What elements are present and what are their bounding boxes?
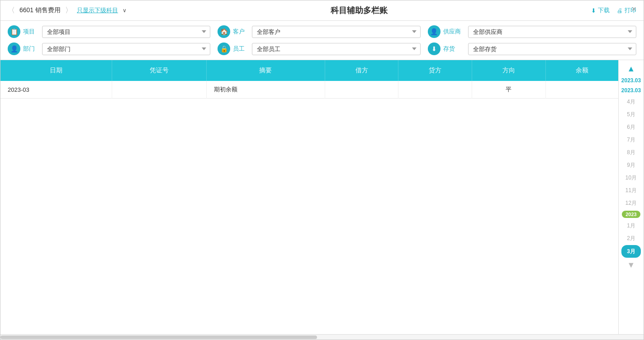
sidebar-down-arrow[interactable]: ▼: [623, 258, 639, 272]
department-label-text: 部门: [23, 45, 35, 53]
inventory-icon: ⬇: [428, 42, 440, 55]
sidebar-month-9[interactable]: 9月: [619, 159, 644, 171]
cell-voucher: [112, 81, 206, 99]
scrollbar-thumb[interactable]: [0, 335, 317, 339]
filter-employee-label: 🔒 员工: [218, 42, 245, 55]
supplier-select-wrapper: 全部供应商: [468, 26, 636, 38]
department-icon: 👤: [8, 42, 20, 55]
filter-supplier-label: 👤 供应商: [428, 25, 461, 38]
next-arrow[interactable]: 〉: [65, 6, 72, 15]
table-container[interactable]: 日期 凭证号 摘要 借方 贷方 方向 余额 2023-03 期初余额 平: [0, 60, 618, 334]
table-row[interactable]: 2023-03 期初余额 平: [0, 81, 618, 99]
col-debit: 借方: [325, 60, 398, 81]
right-sidebar: ▲ 2023.03 2023.03 4月 5月 6月 7月 8月 9月 10月 …: [618, 60, 644, 334]
sidebar-month-7[interactable]: 7月: [619, 133, 644, 146]
col-date: 日期: [0, 60, 112, 81]
bottom-scrollbar[interactable]: [0, 334, 644, 340]
sidebar-up-arrow[interactable]: ▲: [623, 62, 639, 76]
col-voucher: 凭证号: [112, 60, 206, 81]
download-icon: ⬇: [591, 7, 596, 14]
employee-label-text: 员工: [233, 45, 245, 53]
project-label-text: 项目: [23, 28, 35, 36]
show-sub-dropdown-icon[interactable]: ∨: [123, 7, 127, 14]
sidebar-month-12[interactable]: 12月: [619, 197, 644, 209]
prev-arrow[interactable]: 〈: [8, 6, 15, 15]
employee-icon: 🔒: [218, 42, 230, 55]
filter-inventory-label: ⬇ 存货: [428, 42, 461, 55]
toolbar-right: ⬇ 下载 🖨 打印: [591, 6, 636, 14]
account-code: 6601 销售费用: [19, 6, 61, 14]
filter-area: 📋 项目 全部项目 🏠 客户 全部客户 👤 供应商 全部供应商: [0, 21, 644, 60]
top-bar: 〈 6601 销售费用 〉 只显示下级科目 ∨ 科目辅助多栏账 ⬇ 下载 🖨 打…: [0, 0, 644, 21]
close-button[interactable]: ×: [631, 5, 636, 13]
filter-customer-label: 🏠 客户: [218, 25, 245, 38]
cell-direction: 平: [472, 81, 545, 99]
cell-balance: [545, 81, 618, 99]
sidebar-month-11[interactable]: 11月: [619, 184, 644, 197]
download-label: 下载: [598, 6, 610, 14]
download-button[interactable]: ⬇ 下载: [591, 6, 610, 14]
customer-select-wrapper: 全部客户: [252, 26, 420, 38]
col-credit: 贷方: [398, 60, 472, 81]
project-select[interactable]: 全部项目: [42, 26, 210, 38]
department-select[interactable]: 全部部门: [42, 43, 210, 55]
customer-icon: 🏠: [218, 25, 230, 38]
sidebar-month-2[interactable]: 2月: [619, 232, 644, 245]
cell-credit: [398, 81, 472, 99]
show-sub-label[interactable]: 只显示下级科目: [77, 6, 118, 14]
inventory-select[interactable]: 全部存货: [468, 43, 636, 55]
inventory-label-text: 存货: [443, 45, 455, 53]
sidebar-month-6[interactable]: 6月: [619, 121, 644, 133]
page-title: 科目辅助多栏账: [131, 5, 587, 16]
sidebar-header-2[interactable]: 2023.03: [619, 85, 644, 95]
table-header-row: 日期 凭证号 摘要 借方 贷方 方向 余额: [0, 60, 618, 81]
inventory-select-wrapper: 全部存货: [468, 43, 636, 55]
main-window: 〈 6601 销售费用 〉 只显示下级科目 ∨ 科目辅助多栏账 ⬇ 下载 🖨 打…: [0, 0, 644, 340]
sidebar-year-badge[interactable]: 2023: [622, 211, 640, 218]
project-icon: 📋: [8, 25, 20, 38]
filter-department-label: 👤 部门: [8, 42, 35, 55]
sidebar-month-1[interactable]: 1月: [619, 219, 644, 232]
print-icon: 🖨: [617, 7, 623, 14]
project-select-wrapper: 全部项目: [42, 26, 210, 38]
sidebar-month-5[interactable]: 5月: [619, 108, 644, 121]
ledger-table: 日期 凭证号 摘要 借方 贷方 方向 余额 2023-03 期初余额 平: [0, 60, 618, 99]
sidebar-month-3-current[interactable]: 3月: [621, 245, 641, 258]
sidebar-header-1[interactable]: 2023.03: [619, 76, 644, 85]
col-balance: 余额: [545, 60, 618, 81]
filter-project-label: 📋 项目: [8, 25, 35, 38]
department-select-wrapper: 全部部门: [42, 43, 210, 55]
supplier-select[interactable]: 全部供应商: [468, 26, 636, 38]
supplier-icon: 👤: [428, 25, 440, 38]
employee-select-wrapper: 全部员工: [252, 43, 420, 55]
supplier-label-text: 供应商: [443, 28, 461, 36]
sidebar-month-10[interactable]: 10月: [619, 171, 644, 184]
col-summary: 摘要: [206, 60, 325, 81]
cell-date: 2023-03: [0, 81, 112, 99]
customer-select[interactable]: 全部客户: [252, 26, 420, 38]
sidebar-month-4[interactable]: 4月: [619, 95, 644, 108]
cell-debit: [325, 81, 398, 99]
employee-select[interactable]: 全部员工: [252, 43, 420, 55]
cell-summary: 期初余额: [206, 81, 325, 99]
content-area: 日期 凭证号 摘要 借方 贷方 方向 余额 2023-03 期初余额 平: [0, 60, 644, 334]
customer-label-text: 客户: [233, 28, 245, 36]
col-direction: 方向: [472, 60, 545, 81]
sidebar-month-8[interactable]: 8月: [619, 146, 644, 159]
